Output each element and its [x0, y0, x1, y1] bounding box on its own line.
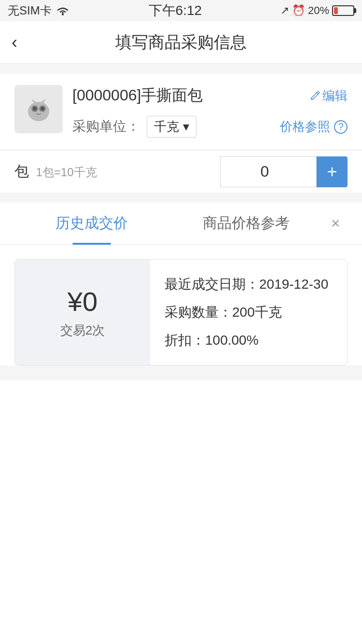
bottom-space: [0, 380, 362, 644]
svg-point-5: [41, 107, 44, 111]
chevron-down-icon: ▾: [183, 119, 189, 134]
price-amount: ¥0: [68, 286, 97, 317]
quantity-unit: 包: [14, 163, 29, 179]
latest-date-label: 最近成交日期：: [165, 277, 259, 292]
product-header: [0000006]手撕面包 编辑 采购单位： 千克 ▾: [14, 85, 348, 138]
currency-symbol: ¥: [68, 286, 83, 317]
back-button[interactable]: ‹: [12, 32, 17, 53]
svg-point-1: [28, 102, 49, 121]
purchase-qty-label: 采购数量：: [165, 305, 232, 320]
purchase-unit-row: 采购单位： 千克 ▾ 价格参照 ?: [72, 116, 348, 138]
unit-label: 采购单位：: [72, 119, 140, 134]
discount-value: 100.00%: [205, 333, 259, 348]
trade-count: 交易2次: [60, 322, 105, 339]
discount-row: 折扣：100.00%: [165, 330, 333, 350]
price-value: 0: [83, 286, 97, 317]
quantity-conversion: 1包=10千克: [36, 166, 97, 179]
price-details: 最近成交日期：2019-12-30 采购数量：200千克 折扣：100.00%: [150, 260, 347, 365]
svg-point-0: [62, 14, 64, 15]
product-title-row: [0000006]手撕面包 编辑: [72, 85, 348, 106]
quantity-input-group: +: [220, 156, 348, 187]
tab-bar: 历史成交价 商品价格参考 ×: [0, 202, 362, 245]
tab-section: 历史成交价 商品价格参考 × ¥0 交易2次 最近成交日期：2019-12-30…: [0, 202, 362, 365]
status-right: ↗ ⏰ 20%: [280, 4, 354, 17]
price-reference-button[interactable]: 价格参照 ?: [280, 118, 348, 135]
unit-select[interactable]: 千克 ▾: [147, 116, 196, 138]
tab-product-price-ref[interactable]: 商品价格参考: [169, 202, 323, 245]
status-time: 下午6:12: [149, 1, 202, 20]
purchase-quantity-row: 采购数量：200千克: [165, 302, 333, 322]
unit-value: 千克: [154, 118, 179, 135]
tab1-label: 历史成交价: [56, 213, 128, 233]
help-icon: ?: [334, 120, 348, 134]
status-left: 无SIM卡: [8, 3, 70, 18]
location-icon: ↗: [280, 4, 289, 17]
discount-label: 折扣：: [165, 333, 205, 348]
product-name: [0000006]手撕面包: [72, 85, 203, 106]
page-title: 填写商品采购信息: [115, 31, 247, 54]
signal-text: 无SIM卡: [8, 3, 52, 18]
quantity-input[interactable]: [220, 156, 317, 187]
unit-section: 采购单位： 千克 ▾: [72, 116, 196, 138]
alarm-icon: ⏰: [292, 4, 305, 17]
tab2-label: 商品价格参考: [203, 213, 290, 233]
edit-label: 编辑: [322, 87, 348, 104]
product-info: [0000006]手撕面包 编辑 采购单位： 千克 ▾: [72, 85, 348, 138]
nav-bar: ‹ 填写商品采购信息: [0, 21, 362, 64]
status-bar: 无SIM卡 下午6:12 ↗ ⏰ 20%: [0, 0, 362, 21]
product-card: [0000006]手撕面包 编辑 采购单位： 千克 ▾: [0, 73, 362, 149]
edit-icon: [310, 90, 320, 101]
quantity-label-area: 包 1包=10千克: [14, 162, 97, 182]
latest-date-row: 最近成交日期：2019-12-30: [165, 274, 333, 294]
price-ref-label: 价格参照: [280, 118, 330, 135]
quantity-row: 包 1包=10千克 +: [0, 150, 362, 193]
price-summary: ¥0 交易2次: [15, 260, 150, 365]
product-thumbnail: [14, 85, 63, 133]
svg-point-4: [33, 107, 37, 111]
wifi-icon: [56, 5, 70, 16]
purchase-qty-value: 200千克: [232, 305, 282, 320]
price-card: ¥0 交易2次 最近成交日期：2019-12-30 采购数量：200千克 折扣：…: [14, 259, 348, 365]
tab-history-price[interactable]: 历史成交价: [14, 202, 169, 245]
latest-date-value: 2019-12-30: [259, 277, 328, 292]
battery-percent: 20%: [308, 4, 329, 17]
tab-close-button[interactable]: ×: [323, 211, 348, 236]
edit-button[interactable]: 编辑: [310, 87, 348, 104]
battery-icon: [332, 5, 354, 16]
quantity-plus-button[interactable]: +: [317, 156, 348, 187]
